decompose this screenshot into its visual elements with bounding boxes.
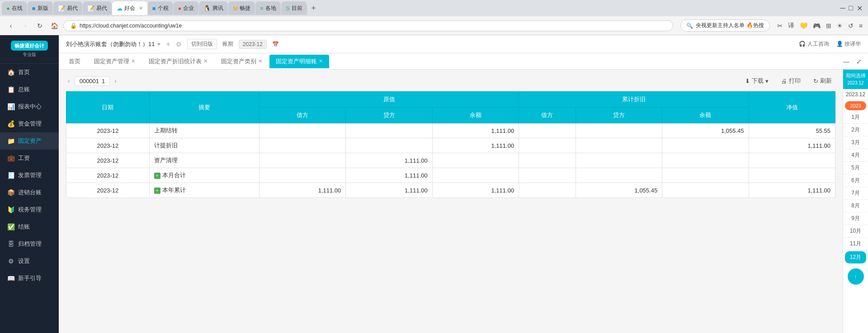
period-item-8[interactable]: 8月 [843,200,868,212]
period-item-12[interactable]: 12月 [845,251,866,264]
orig-balance [432,153,519,168]
dep-balance [662,153,749,168]
page-number-box: 000001 1 [75,76,110,86]
browser-tab-muqian[interactable]: S 目前 [281,1,307,15]
sidebar-item-invoice[interactable]: 🧾 发票管理 [0,167,59,184]
minimize-tab-btn[interactable]: — [841,56,852,67]
period-item-4[interactable]: 4月 [843,149,868,162]
dep-credit [576,153,662,168]
period-item-5[interactable]: 5月 [843,162,868,174]
browser-tab-tencent[interactable]: 🐧 腾讯 [199,1,228,15]
period-item-2023-12[interactable]: 2023.12 [843,89,868,100]
sidebar-item-label: 新手引导 [18,274,42,282]
close-window-btn[interactable]: ✕ [857,4,863,13]
browser-tab-changjie[interactable]: M 畅捷 [228,1,255,15]
tab-close-btn[interactable]: ✕ [139,5,143,11]
reload-btn[interactable]: ↻ [34,20,45,31]
maximize-btn[interactable]: □ [849,4,853,12]
back-btn[interactable]: ‹ [5,20,16,31]
period-item-3[interactable]: 3月 [843,136,868,149]
sidebar-item-archive[interactable]: 🗄 归档管理 [0,235,59,253]
settings-btn-header[interactable]: ⚙ [176,41,182,48]
scissors-icon[interactable]: ✂ [777,22,783,29]
account-dropdown-icon[interactable]: ▾ [157,41,160,47]
download-icon: ⬇ [745,78,750,84]
sidebar-item-reports[interactable]: 📊 报表中心 [0,98,59,115]
sidebar-item-general-ledger[interactable]: 📋 总账 [0,81,59,98]
tab-asset-category[interactable]: 固定资产类别 ✕ [215,55,269,68]
sidebar-item-label: 工资 [18,154,30,162]
tab-label: 首页 [69,57,80,66]
period-label: 账期 [222,40,233,48]
gamepad-icon[interactable]: 🎮 [813,22,821,29]
tab-label: 畅捷 [240,5,250,12]
refresh-btn[interactable]: ↻ 刷新 [810,75,835,87]
address-bar[interactable]: 🔒 https://cloud.chanjet.com/accounting/u… [63,20,673,31]
minimize-btn[interactable]: ─ [840,4,845,12]
sidebar-item-guide[interactable]: 📖 新手引导 [0,270,59,287]
period-item-11[interactable]: 11月 [843,238,868,250]
sidebar-item-home[interactable]: 🏠 首页 [0,64,59,81]
grid-icon[interactable]: ⊞ [826,22,831,29]
home-btn[interactable]: 🏠 [49,20,60,31]
period-item-10[interactable]: 10月 [843,225,868,238]
browser-tab-gedi[interactable]: ≡ 各地 [255,1,281,15]
tab-close-icon[interactable]: ✕ [258,58,262,64]
browser-tab-geshui[interactable]: ■ 个税 [148,1,173,15]
tab-depreciation-report[interactable]: 固定资产折旧统计表 ✕ [142,55,214,68]
orig-debit-header: 借方 [259,108,345,123]
browser-tab-yidai2[interactable]: 📝 易代 [83,1,112,15]
tab-close-icon[interactable]: ✕ [131,58,135,64]
user-avatar[interactable]: 👤 徐译华 [836,40,861,48]
browser-tab-zaixin[interactable]: ● 在线 [2,1,27,15]
expand-tab-btn[interactable]: ⤢ [854,56,864,67]
forward-btn[interactable]: › [20,20,31,31]
period-item-6[interactable]: 6月 [843,174,868,187]
sidebar-item-label: 资金管理 [18,120,42,128]
subtotal-icon: + [154,173,160,179]
period-item-1[interactable]: 1月 [843,111,868,124]
browser-tab-qiye[interactable]: ● 企业 [174,1,199,15]
browser-tab-yidai1[interactable]: 📝 易代 [53,1,82,15]
add-account-btn[interactable]: + [166,40,170,48]
tab-close-icon[interactable]: ✕ [203,58,208,64]
search-bar[interactable]: 🔍 央视更新主持人名单 🔥热搜 [680,19,769,32]
period-year-2023[interactable]: 2023 [845,101,866,110]
sidebar-item-funds[interactable]: 💰 资金管理 [0,115,59,132]
calendar-icon[interactable]: 📅 [272,41,279,47]
menu-icon[interactable]: ≡ [859,22,863,29]
brightness-icon[interactable]: ☀ [837,22,843,29]
browser-tab-xinban[interactable]: ■ 新版 [28,1,53,15]
app-logo: 畅捷通好会计 专业版 [0,35,59,64]
undo-icon[interactable]: ↺ [848,22,854,29]
next-page-btn[interactable]: › [113,76,118,85]
sidebar-item-settings[interactable]: ⚙ 设置 [0,253,59,270]
table-row: 2023-12 +本年累计 1,111.00 1,111.00 1,111.00… [66,183,835,198]
sidebar-item-inventory[interactable]: 📦 进销台账 [0,184,59,201]
new-tab-button[interactable]: + [307,2,320,14]
prev-page-btn[interactable]: ‹ [66,76,72,85]
wallet-icon[interactable]: 💛 [800,22,807,29]
print-btn[interactable]: 🖨 打印 [778,75,804,87]
period-item-2[interactable]: 2月 [843,124,868,136]
sidebar-item-closing[interactable]: ✅ 结账 [0,218,59,235]
scroll-up-btn[interactable]: ↑ [848,268,864,285]
period-item-7[interactable]: 7月 [843,187,868,200]
tab-close-icon[interactable]: ✕ [319,58,323,64]
translate-icon[interactable]: 译 [788,22,794,30]
download-btn[interactable]: ⬇ 下载 ▾ [741,75,772,87]
browser-tab-haohui[interactable]: ☁ 好会 ✕ [112,1,147,15]
tab-asset-detail[interactable]: 固定资产明细账 ✕ [269,55,329,68]
sidebar-item-fixed-assets[interactable]: 📁 固定资产 [0,132,59,150]
reports-icon: 📊 [7,103,14,110]
switch-version-btn[interactable]: 切到旧版 [187,39,217,49]
sidebar-item-label: 固定资产 [18,137,42,145]
tab-home[interactable]: 首页 [62,55,87,68]
period-item-9[interactable]: 9月 [843,212,868,225]
tab-label: 固定资产管理 [94,57,129,66]
sidebar-item-tax[interactable]: 🔰 税务管理 [0,201,59,218]
sidebar-item-payroll[interactable]: 💼 工资 [0,150,59,167]
period-tag[interactable]: 2023-12 [239,40,267,49]
assistant-btn[interactable]: 🎧 人工咨询 [799,40,829,48]
tab-fixed-asset-mgmt[interactable]: 固定资产管理 ✕ [88,55,142,68]
